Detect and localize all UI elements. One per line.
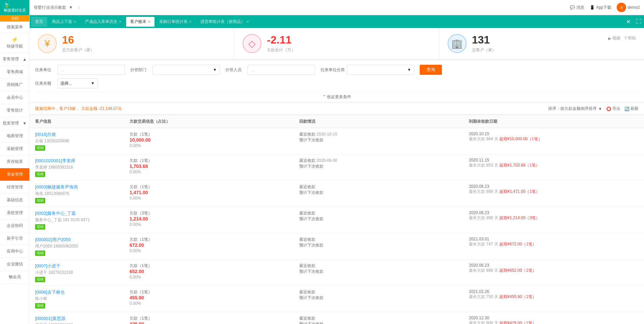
avatar: d: [617, 3, 626, 12]
stat-icon-3: 🏢: [448, 34, 467, 53]
close-tab-product-history[interactable]: ✕: [119, 20, 121, 24]
sidebar-item-capital[interactable]: 资金管理: [0, 168, 29, 181]
customer-name-3[interactable]: [0002]服务中心_丁磊: [35, 210, 130, 216]
filter-balance: 往来余额 选择... ▼: [35, 78, 98, 88]
overdue-link-3[interactable]: 超期¥1,214.00（3笔）: [499, 215, 540, 220]
customer-name-5[interactable]: [0007]小进干: [35, 263, 130, 269]
search-menu[interactable]: 搜索菜单: [0, 22, 29, 33]
sidebar-item-member[interactable]: 会员中心: [0, 91, 29, 104]
filter-collapse-btn[interactable]: ⌃ 收起更多条件: [35, 92, 639, 102]
customer-badge-4: 现销: [35, 251, 45, 256]
overdue-link-6[interactable]: 超期¥455.90（1笔）: [499, 294, 536, 299]
sort-select[interactable]: 排序：按欠款金额倒序排序 ▼: [548, 106, 602, 112]
tab-customer-account[interactable]: 客户账本 ✕: [126, 17, 155, 27]
debt-amount-4: 672.00: [130, 242, 299, 248]
unit-class-select[interactable]: ▼: [347, 65, 414, 75]
customer-info-2: [0003]畅捷服务尹海燕 海燕 18513066976 现销: [35, 184, 130, 203]
stat-info-1: 16 总欠款客户（家）: [62, 34, 94, 53]
debt-amount-6: 455.90: [130, 295, 299, 300]
balance-select[interactable]: 选择... ▼: [57, 78, 98, 88]
close-all-tabs-btn[interactable]: ✕: [625, 18, 632, 26]
table-header: 客户信息 欠款交易信息（占比） 回款情况 到期未收款日期: [30, 115, 644, 128]
customer-name-0[interactable]: [0016]吕俊: [35, 131, 130, 138]
stat-icon-2: ◇: [243, 34, 261, 53]
sidebar-item-sys-mgmt[interactable]: 系统管理: [0, 207, 29, 219]
refresh-btn[interactable]: 🔄 刷新: [624, 106, 639, 112]
search-button[interactable]: 查询: [420, 65, 442, 75]
video-btn[interactable]: ▶ 视频: [608, 35, 620, 41]
overdue-link-7[interactable]: 超期¥429.00（1笔）: [499, 321, 536, 324]
dept-select[interactable]: ▼: [152, 65, 220, 75]
sidebar-item-batch-mgmt[interactable]: 批发管理 ▼: [0, 117, 29, 130]
sidebar-item-retail-mgmt[interactable]: 零售管理 ▲: [0, 53, 29, 66]
tab-product-listing[interactable]: 商品上下架 ✕: [48, 17, 80, 27]
overdue-link-2[interactable]: 超期¥1,471.00（1笔）: [499, 189, 540, 194]
sidebar-item-quick-nav[interactable]: ⚡ 快捷导航: [0, 33, 29, 53]
table-row: [0006]去下粮仓 陈小希 现销 欠款（1笔） 455.90 0.00% 最近…: [30, 286, 644, 312]
maximize-btn[interactable]: ⛶: [635, 18, 643, 25]
due-date-2: 2020.06.23: [469, 184, 639, 189]
customer-name-1[interactable]: [0001020001]李老师: [35, 158, 130, 164]
overdue-link-1[interactable]: 超期¥1,703.68（1笔）: [499, 163, 540, 168]
help-btn[interactable]: ? 帮助: [624, 35, 636, 41]
due-info-1: 2020.11.15 最长欠款 853 天 超期¥1,703.68（1笔）: [469, 158, 639, 168]
sidebar-item-marketing[interactable]: 营销推广: [0, 79, 29, 91]
message-btn[interactable]: 💬 消息: [570, 5, 584, 10]
debt-info-6: 欠款（1笔） 455.90 0.00%: [130, 289, 299, 306]
export-btn[interactable]: ⭕ 导出: [606, 106, 620, 112]
due-date-0: 2020.10.15: [469, 131, 639, 136]
customer-name-2[interactable]: [0003]畅捷服务尹海燕: [35, 184, 130, 190]
col-header-customer: 客户信息: [35, 119, 130, 124]
tab-product-history[interactable]: 产成品入库单历史 ✕: [81, 17, 125, 27]
sidebar-item-newbie[interactable]: 新手引导: [0, 232, 29, 245]
customer-contact-1: 李老师 18600391516: [35, 165, 130, 170]
close-tab-purchase-stats[interactable]: ✕: [246, 20, 249, 24]
close-tab-customer-account[interactable]: ✕: [148, 20, 150, 24]
tab-purchase-order[interactable]: 采购订单统计表 ✕: [155, 17, 196, 27]
stat-info-3: 131 总客户（家）: [472, 34, 496, 53]
tab-home[interactable]: 首页: [31, 17, 47, 27]
overdue-link-4[interactable]: 超期¥672.00（1笔）: [499, 242, 536, 246]
debt-amount-3: 1,214.00: [130, 216, 299, 222]
close-tab-product-listing[interactable]: ✕: [74, 20, 76, 24]
sidebar-item-purchase-mgmt[interactable]: 采购管理: [0, 143, 29, 155]
overdue-link-0[interactable]: 超期¥10,000.00（1笔）: [499, 137, 542, 141]
top-bar-actions: 💬 消息 📱 App下载 d demo2: [570, 3, 640, 12]
customer-name-4[interactable]: [000002]用户2050: [35, 237, 130, 243]
filter-unit-class: 往来单位分类 ▼: [320, 65, 414, 75]
overdue-link-5[interactable]: 超期¥652.00（1笔）: [499, 268, 536, 273]
customer-info-4: [000002]用户2050 用户2050 18665062050 现销: [35, 237, 130, 256]
due-date-4: 2021.03.01: [469, 237, 639, 241]
sidebar-item-retail-mall[interactable]: 零售商城: [0, 66, 29, 79]
debt-percent-1: 0.00%: [130, 170, 299, 174]
debt-info-0: 欠款（1笔） 10,000.00 0.00%: [130, 131, 299, 148]
logo-text: 畅捷通好生意: [4, 8, 26, 12]
user-menu[interactable]: d demo2: [617, 3, 640, 12]
from-unit-input[interactable]: ...: [57, 65, 125, 75]
sidebar-item-ops[interactable]: 经营管理: [0, 181, 29, 194]
stat-label-3: 总客户（家）: [472, 47, 496, 53]
debt-label-7: 欠款（1笔）: [130, 316, 299, 321]
sidebar-item-app-center[interactable]: 应用中心: [0, 245, 29, 258]
sidebar-item-base-info[interactable]: 基础信息: [0, 194, 29, 207]
customer-name-7[interactable]: [000001]黄思源: [35, 316, 130, 322]
col-header-debt: 欠款交易信息（占比）: [130, 119, 299, 124]
customer-name-6[interactable]: [0006]去下粮仓: [35, 289, 130, 295]
debt-percent-4: 0.00%: [130, 248, 299, 253]
person-input[interactable]: ...: [248, 65, 315, 75]
close-tab-purchase-order[interactable]: ✕: [189, 20, 192, 24]
sidebar-item-enterprise[interactable]: 企业协同: [0, 219, 29, 232]
customer-badge-5: 现销: [35, 277, 45, 282]
sidebar-item-ecommerce[interactable]: 电商管理: [0, 130, 29, 143]
app-download-btn[interactable]: 📱 App下载: [590, 5, 611, 10]
sidebar-item-vip[interactable]: 畅会员: [0, 271, 29, 284]
stat-card-1: ¥ 16 总欠款客户（家）: [30, 28, 234, 59]
stat-label-1: 总欠款客户（家）: [62, 47, 94, 53]
tab-purchase-stats[interactable]: 进货单统计表（按商品） ✕: [196, 17, 253, 27]
dept-label: 分管部门: [130, 67, 150, 73]
sidebar-item-inventory[interactable]: 库存核算: [0, 155, 29, 168]
recovery-info-4: 最近收款 预计下次收款: [299, 237, 469, 248]
debt-label-5: 欠款（1笔）: [130, 263, 299, 269]
sidebar-item-corp-wechat[interactable]: 企业微信: [0, 258, 29, 271]
sidebar-item-retail-stats[interactable]: 零售统计: [0, 104, 29, 117]
